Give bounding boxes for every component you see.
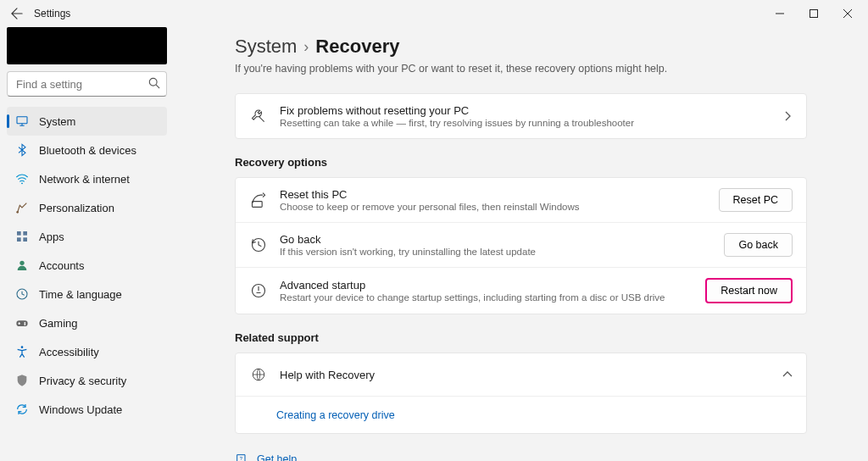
svg-rect-8 [23,237,27,242]
reset-title: Reset this PC [280,188,719,201]
svg-rect-6 [23,231,27,236]
sidebar-item-personalization[interactable]: Personalization [7,193,167,222]
get-help-label: Get help [257,453,297,461]
back-arrow-icon [11,8,23,19]
nav-list: SystemBluetooth & devicesNetwork & inter… [7,107,167,424]
support-title: Help with Recovery [280,369,375,381]
window-title: Settings [34,8,70,19]
wrench-icon [249,107,268,125]
support-card: Help with Recovery Creating a recovery d… [235,353,807,434]
sidebar-item-accessibility[interactable]: Accessibility [7,337,167,366]
minimize-button[interactable] [763,0,797,27]
page-subtitle: If you're having problems with your PC o… [235,63,807,75]
fix-sub: Resetting can take a while — first, try … [280,118,782,128]
support-header[interactable]: Help with Recovery [236,353,806,396]
sidebar-item-bluetooth[interactable]: Bluetooth & devices [7,136,167,164]
breadcrumb-parent[interactable]: System [235,36,297,58]
reset-icon [249,191,268,209]
search-input[interactable] [7,71,167,97]
minimize-icon [776,9,784,18]
sidebar-item-label: Gaming [39,317,78,330]
sidebar-item-privacy[interactable]: Privacy & security [7,366,167,395]
goback-title: Go back [280,233,724,246]
svg-point-9 [19,261,24,265]
gaming-icon [15,316,29,330]
section-recovery-label: Recovery options [235,156,807,169]
privacy-icon [15,374,29,387]
svg-point-3 [21,182,23,184]
time-icon [15,287,29,301]
restart-sub: Restart your device to change startup se… [280,292,705,303]
apps-icon [15,230,29,243]
sidebar-item-system[interactable]: System [7,107,167,136]
reset-sub: Choose to keep or remove your personal f… [280,202,719,212]
personalization-icon [15,201,29,214]
sidebar-item-label: Accessibility [39,346,99,358]
sidebar-item-apps[interactable]: Apps [7,222,167,251]
svg-point-12 [24,322,25,324]
svg-point-13 [24,324,25,325]
svg-rect-2 [17,117,27,124]
globe-icon [249,365,268,384]
fix-title: Fix problems without resetting your PC [280,104,782,117]
sidebar-item-label: Bluetooth & devices [39,144,136,157]
help-icon: ? [235,453,248,461]
svg-rect-5 [17,231,21,236]
close-icon [843,9,852,18]
user-account-block[interactable] [7,27,167,64]
sidebar-item-label: System [39,115,75,128]
chevron-right-icon: › [303,38,309,56]
chevron-up-icon [782,369,793,380]
breadcrumb: System › Recovery [235,36,807,58]
main-content: System › Recovery If you're having probl… [174,27,868,461]
sidebar-item-time[interactable]: Time & language [7,280,167,308]
reset-button[interactable]: Reset PC [719,188,793,212]
system-icon [15,114,29,128]
sidebar-item-network[interactable]: Network & internet [7,164,167,193]
recovery-row-reset: Reset this PCChoose to keep or remove yo… [236,178,806,222]
sidebar-item-label: Personalization [39,202,114,214]
recovery-row-goback: Go backIf this version isn't working, tr… [236,222,806,267]
restart-button[interactable]: Restart now [705,278,793,303]
svg-rect-0 [810,10,818,18]
sidebar-item-accounts[interactable]: Accounts [7,251,167,280]
update-icon [15,403,29,416]
chevron-right-icon [782,111,793,121]
window-controls [763,0,865,27]
title-bar: Settings [0,0,868,27]
recovery-options-card: Reset this PCChoose to keep or remove yo… [235,177,807,314]
get-help-link[interactable]: ? Get help [235,449,807,461]
breadcrumb-current: Recovery [315,36,399,58]
fix-problems-card[interactable]: Fix problems without resetting your PC R… [235,93,807,139]
accessibility-icon [15,345,29,358]
recovery-drive-link[interactable]: Creating a recovery drive [276,409,395,421]
close-button[interactable] [831,0,865,27]
restart-icon [249,281,268,300]
accounts-icon [15,258,29,272]
svg-text:?: ? [240,456,243,461]
goback-sub: If this version isn't working, try unins… [280,247,724,257]
search-wrap [7,71,167,97]
sidebar-item-label: Accounts [39,259,84,272]
sidebar-item-update[interactable]: Windows Update [7,395,167,424]
section-support-label: Related support [235,331,807,344]
sidebar-item-label: Privacy & security [39,375,126,387]
bottom-links: ? Get help Give feedback [235,449,807,461]
svg-rect-15 [253,202,263,208]
goback-button[interactable]: Go back [724,233,793,257]
sidebar-item-label: Apps [39,230,64,243]
svg-rect-7 [17,237,21,242]
sidebar-item-label: Time & language [39,288,122,301]
bluetooth-icon [15,143,29,157]
sidebar-item-gaming[interactable]: Gaming [7,308,167,337]
goback-icon [249,236,268,254]
svg-point-4 [16,211,19,214]
sidebar-item-label: Network & internet [39,173,130,186]
network-icon [15,172,29,186]
sidebar: SystemBluetooth & devicesNetwork & inter… [0,27,174,461]
maximize-button[interactable] [797,0,831,27]
svg-point-14 [21,346,24,348]
back-button[interactable] [3,0,31,27]
maximize-icon [810,9,818,18]
sidebar-item-label: Windows Update [39,403,122,416]
